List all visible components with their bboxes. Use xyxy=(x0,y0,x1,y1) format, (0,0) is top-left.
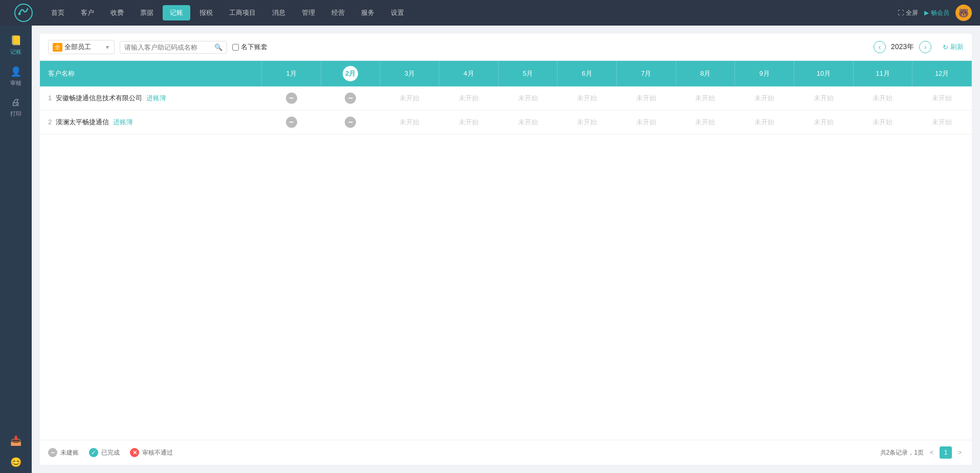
nav-message[interactable]: 消息 xyxy=(265,5,293,20)
month-cell-nov: 未开始 xyxy=(853,110,912,134)
search-input[interactable] xyxy=(124,43,211,51)
next-page-button[interactable]: > xyxy=(956,449,964,456)
month-cell-feb: − xyxy=(321,110,380,134)
sidebar-label-audit: 审核 xyxy=(10,79,21,87)
employee-tag: 全 xyxy=(53,43,62,52)
user-avatar[interactable]: 🐻 xyxy=(955,5,972,21)
print-icon: 🖨 xyxy=(11,97,20,108)
sidebar-item-user[interactable]: 😊 xyxy=(0,452,32,473)
accounts-table: 客户名称 1月 2月 3月 4月 5月 6月 7月 8月 9月 10月 11月 xyxy=(40,61,972,134)
rejected-label: 审核不通过 xyxy=(142,448,173,457)
pagination: 共2条记录，1页 < 1 > xyxy=(880,446,964,459)
status-not-built: − xyxy=(345,93,356,104)
status-not-built: − xyxy=(286,117,297,128)
col-apr: 4月 xyxy=(439,61,499,86)
search-icon[interactable]: 🔍 xyxy=(214,43,222,51)
logo xyxy=(8,4,39,22)
month-cell-feb: − xyxy=(321,86,380,110)
vip-icon: ▶ xyxy=(924,9,929,16)
fullscreen-label: 全屏 xyxy=(906,9,918,17)
month-cell-may: 未开始 xyxy=(498,110,558,134)
fullscreen-button[interactable]: ⛶ 全屏 xyxy=(898,9,918,17)
svg-point-0 xyxy=(15,4,32,21)
col-jun: 6月 xyxy=(558,61,617,86)
status-not-started: 未开始 xyxy=(459,94,479,102)
legend-not-started: − 未建账 xyxy=(48,448,79,457)
col-aug: 8月 xyxy=(676,61,735,86)
status-not-started: 未开始 xyxy=(459,118,479,126)
nav-tax[interactable]: 报税 xyxy=(192,5,220,20)
col-sep: 9月 xyxy=(735,61,794,86)
enter-account-link[interactable]: 进账簿 xyxy=(146,94,166,102)
refresh-button[interactable]: ↻ 刷新 xyxy=(943,42,964,52)
table-header-row: 客户名称 1月 2月 3月 4月 5月 6月 7月 8月 9月 10月 11月 xyxy=(40,61,972,86)
status-not-started: 未开始 xyxy=(518,118,538,126)
my-accounts-checkbox[interactable] xyxy=(232,44,239,51)
prev-year-button[interactable]: ‹ xyxy=(874,41,886,53)
footer: − 未建账 ✓ 已完成 ✕ 审核不通过 共2条记录，1页 < 1 > xyxy=(40,440,972,465)
employee-text: 全部员工 xyxy=(64,42,103,52)
status-not-started: 未开始 xyxy=(695,94,715,102)
chevron-down-icon: ▼ xyxy=(105,44,110,50)
my-accounts-checkbox-label[interactable]: 名下账套 xyxy=(232,42,268,52)
not-started-label: 未建账 xyxy=(60,448,79,457)
nav-invoice[interactable]: 票据 xyxy=(133,5,161,20)
employee-select[interactable]: 全 全部员工 ▼ xyxy=(48,40,115,54)
col-customer-name: 客户名称 xyxy=(40,61,262,86)
nav-settings[interactable]: 设置 xyxy=(384,5,411,20)
month-cell-oct: 未开始 xyxy=(794,86,853,110)
col-mar: 3月 xyxy=(380,61,439,86)
status-not-started: 未开始 xyxy=(814,118,834,126)
col-oct: 10月 xyxy=(794,61,853,86)
nav-manage[interactable]: 管理 xyxy=(295,5,322,20)
next-year-button[interactable]: › xyxy=(919,41,931,53)
status-not-started: 未开始 xyxy=(932,94,952,102)
month-cell-apr: 未开始 xyxy=(439,86,499,110)
not-started-dot: − xyxy=(48,448,57,457)
month-cell-sep: 未开始 xyxy=(735,110,794,134)
logo-icon xyxy=(14,4,33,22)
content-card: 全 全部员工 ▼ 🔍 名下账套 ‹ 2023年 › ↻ 刷新 xyxy=(40,34,972,465)
nav-fee[interactable]: 收费 xyxy=(103,5,131,20)
table-row: 2漠澜太平畅捷通信进账簿−−未开始未开始未开始未开始未开始未开始未开始未开始未开… xyxy=(40,110,972,134)
status-not-started: 未开始 xyxy=(754,118,774,126)
status-not-started: 未开始 xyxy=(636,118,656,126)
sidebar: 📒 记账 👤 审核 🖨 打印 📥 😊 xyxy=(0,26,32,473)
sidebar-item-print[interactable]: 🖨 打印 xyxy=(0,92,32,123)
svg-point-1 xyxy=(18,13,21,15)
nav-service[interactable]: 服务 xyxy=(354,5,382,20)
sidebar-item-audit[interactable]: 👤 审核 xyxy=(0,61,32,92)
nav-accounting[interactable]: 记账 xyxy=(163,5,190,20)
status-not-built: − xyxy=(286,93,297,104)
legend-done: ✓ 已完成 xyxy=(89,448,120,457)
sidebar-item-accounting[interactable]: 📒 记账 xyxy=(0,30,32,61)
nav-customer[interactable]: 客户 xyxy=(74,5,101,20)
table-wrap: 客户名称 1月 2月 3月 4月 5月 6月 7月 8月 9月 10月 11月 xyxy=(40,61,972,440)
nav-home[interactable]: 首页 xyxy=(44,5,72,20)
prev-page-button[interactable]: < xyxy=(928,449,936,456)
legend-rejected: ✕ 审核不通过 xyxy=(130,448,173,457)
month-cell-may: 未开始 xyxy=(498,86,558,110)
month-cell-jan: − xyxy=(262,110,321,134)
rejected-dot: ✕ xyxy=(130,448,139,457)
customer-cell: 2漠澜太平畅捷通信进账簿 xyxy=(40,110,262,134)
vip-button[interactable]: ▶ 畅会员 xyxy=(924,9,949,17)
done-dot: ✓ xyxy=(89,448,98,457)
status-not-started: 未开始 xyxy=(399,118,419,126)
status-not-started: 未开始 xyxy=(636,94,656,102)
user-icon: 😊 xyxy=(10,457,21,468)
page-1-button[interactable]: 1 xyxy=(940,446,952,459)
current-month-badge: 2月 xyxy=(343,66,358,81)
year-nav: ‹ 2023年 › xyxy=(874,41,931,53)
status-not-started: 未开始 xyxy=(695,118,715,126)
status-not-started: 未开始 xyxy=(399,94,419,102)
month-cell-aug: 未开始 xyxy=(676,110,735,134)
sidebar-item-download[interactable]: 📥 xyxy=(0,430,32,452)
sidebar-label-print: 打印 xyxy=(10,110,21,118)
company-name: 漠澜太平畅捷通信 xyxy=(56,118,109,126)
table-row: 1安徽畅捷通信息技术有限公司进账簿−−未开始未开始未开始未开始未开始未开始未开始… xyxy=(40,86,972,110)
nav-operation[interactable]: 经营 xyxy=(324,5,352,20)
enter-account-link[interactable]: 进账簿 xyxy=(113,118,133,126)
nav-business[interactable]: 工商项目 xyxy=(222,5,263,20)
sidebar-label-accounting: 记账 xyxy=(10,48,21,56)
